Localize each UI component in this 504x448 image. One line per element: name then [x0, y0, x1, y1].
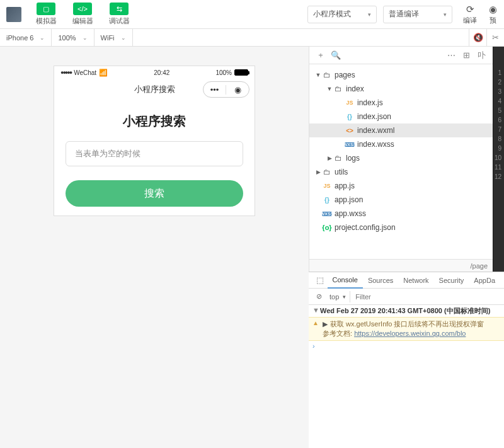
debugger-label: 调试器 [109, 16, 130, 26]
debugger-toggle[interactable]: ⇆调试器 [101, 0, 137, 29]
mode-label: 小程序模式 [313, 9, 351, 20]
tree-label: app.js [335, 181, 355, 190]
tree-node-index-wxml[interactable]: <>index.wxml [309, 123, 493, 137]
caret-down-icon[interactable]: ▼ [312, 306, 320, 314]
tree-node-index-json[interactable]: {}index.json [309, 110, 493, 123]
snip-button[interactable]: ✂ [486, 29, 504, 47]
simulator-toggle[interactable]: ▢模拟器 [28, 0, 64, 29]
line-number: 11 [493, 163, 504, 172]
debug-icon: ⇆ [110, 3, 129, 15]
tree-arrow-icon: ▶ [326, 155, 333, 161]
tree-label: app.json [335, 195, 363, 204]
refresh-icon: ⟳ [466, 4, 474, 15]
new-file-button[interactable]: + [313, 50, 328, 60]
tree-node-logs[interactable]: ▶🗀logs [309, 151, 493, 165]
compile-button[interactable]: ⟳编译 [459, 0, 481, 29]
tree-node-app-js[interactable]: JSapp.js [309, 179, 493, 193]
cfg-icon: {o} [322, 224, 332, 231]
search-files-button[interactable]: 🔍 [328, 50, 343, 60]
tree-node-app-wxss[interactable]: WXSSapp.wxss [309, 207, 493, 221]
warning-link[interactable]: https://developers.weixin.qq.com/blo [354, 330, 466, 337]
tree-node-app-json[interactable]: {}app.json [309, 193, 493, 207]
layout-button[interactable]: 卟 [474, 50, 489, 61]
console-timestamp: Wed Feb 27 2019 20:41:43 GMT+0800 (中国标准时… [320, 306, 490, 316]
tree-label: index.wxss [357, 140, 394, 149]
devtools-panel: ⬚ Console Sources Network Security AppDa… [309, 272, 504, 448]
file-explorer: + 🔍 ⋯ ⊞ 卟 ▼🗀pages▼🗀indexJSindex.js{}inde… [309, 47, 493, 272]
tree-label: project.config.json [335, 223, 396, 232]
tree-arrow-icon: ▼ [326, 86, 333, 92]
clear-console-button[interactable]: ⊘ [312, 292, 326, 301]
capsule-close-button[interactable]: ◉ [226, 85, 249, 95]
more-button[interactable]: ⋯ [444, 50, 459, 60]
phone-nav-bar: 小程序搜索 ••• ◉ [54, 79, 255, 100]
compile-dropdown[interactable]: 普通编译▾ [383, 6, 452, 23]
folder-icon: 🗀 [333, 84, 343, 93]
tree-label: index.js [357, 98, 383, 107]
filter-input[interactable] [350, 291, 447, 302]
tree-arrow-icon: ▶ [314, 169, 322, 175]
right-pane: + 🔍 ⋯ ⊞ 卟 ▼🗀pages▼🗀indexJSindex.js{}inde… [309, 47, 504, 448]
phone-body: 小程序搜索 当表单为空的时候 搜索 [54, 100, 255, 215]
phone-status-bar: ●●●●● WeChat 📶 20:42 100% [54, 66, 255, 79]
editor-label: 编辑器 [72, 16, 93, 26]
file-tree[interactable]: ▼🗀pages▼🗀indexJSindex.js{}index.json<>in… [309, 64, 493, 259]
caret-right-icon[interactable]: ▶ [323, 320, 328, 328]
zoom-dropdown[interactable]: 100%⌄ [52, 29, 94, 47]
chevron-down-icon: ⌄ [121, 35, 126, 41]
tree-arrow-icon: ▼ [314, 72, 322, 78]
tree-node-index-js[interactable]: JSindex.js [309, 96, 493, 110]
warning-ref-label: 参考文档: [323, 330, 352, 337]
target-icon: ◉ [234, 85, 241, 95]
json-icon: {} [345, 113, 355, 120]
tab-network[interactable]: Network [398, 272, 433, 289]
tree-node-index[interactable]: ▼🗀index [309, 82, 493, 96]
input-placeholder: 当表单为空的时候 [75, 148, 140, 159]
device-icon: ▢ [37, 3, 55, 15]
capsule: ••• ◉ [203, 81, 249, 98]
console-prompt[interactable]: › [309, 341, 504, 351]
network-dropdown[interactable]: WiFi⌄ [94, 29, 133, 47]
tree-node-pages[interactable]: ▼🗀pages [309, 68, 493, 82]
tree-node-utils[interactable]: ▶🗀utils [309, 165, 493, 179]
line-number: 10 [493, 153, 504, 163]
folder-icon: 🗀 [322, 168, 332, 176]
zoom-label: 100% [58, 34, 76, 42]
tab-sources[interactable]: Sources [363, 272, 398, 289]
editor-toggle[interactable]: </>编辑器 [64, 0, 101, 29]
search-input[interactable]: 当表单为空的时候 [66, 141, 243, 166]
mute-button[interactable]: 🔇 [469, 29, 486, 47]
nav-title: 小程序搜索 [134, 84, 175, 95]
carrier-label: WeChat [74, 69, 96, 76]
inspect-button[interactable]: ⬚ [312, 275, 328, 285]
split-button[interactable]: ⊞ [459, 50, 474, 60]
console-output[interactable]: ▼ Wed Feb 27 2019 20:41:43 GMT+0800 (中国标… [309, 305, 504, 448]
phone-time: 20:42 [108, 69, 215, 76]
search-button[interactable]: 搜索 [66, 180, 243, 207]
tree-node-index-wxss[interactable]: WXSSindex.wxss [309, 137, 493, 151]
device-dropdown[interactable]: iPhone 6⌄ [0, 29, 52, 47]
preview-button[interactable]: ◉预 [481, 0, 504, 29]
simulator-area: ●●●●● WeChat 📶 20:42 100% 小程序搜索 ••• ◉ 小程… [0, 47, 309, 448]
phone-frame: ●●●●● WeChat 📶 20:42 100% 小程序搜索 ••• ◉ 小程… [54, 66, 255, 216]
scope-dropdown[interactable]: top▾ [326, 293, 350, 301]
folder-icon: 🗀 [322, 71, 332, 79]
tree-node-project-config-json[interactable]: {o}project.config.json [309, 221, 493, 234]
js-icon: JS [345, 100, 355, 106]
file-toolbar: + 🔍 ⋯ ⊞ 卟 [309, 47, 493, 64]
tab-console[interactable]: Console [328, 272, 363, 289]
dots-icon: ••• [210, 85, 219, 95]
scope-label: top [329, 293, 339, 301]
console-line: ▼ Wed Feb 27 2019 20:41:43 GMT+0800 (中国标… [309, 305, 504, 317]
chevron-down-icon: ▾ [343, 294, 346, 300]
devtools-tabs: ⬚ Console Sources Network Security AppDa [309, 272, 504, 289]
tab-security[interactable]: Security [434, 272, 469, 289]
device-label: iPhone 6 [6, 34, 33, 42]
tree-label: index [346, 84, 364, 93]
wxml-icon: <> [345, 127, 355, 134]
tab-appdata[interactable]: AppDa [469, 272, 500, 289]
simulator-control-bar: iPhone 6⌄ 100%⌄ WiFi⌄ 🔇 ✂ [0, 29, 504, 47]
mode-dropdown[interactable]: 小程序模式▾ [307, 6, 377, 23]
capsule-menu-button[interactable]: ••• [203, 85, 226, 95]
line-number: 1 [493, 68, 504, 78]
